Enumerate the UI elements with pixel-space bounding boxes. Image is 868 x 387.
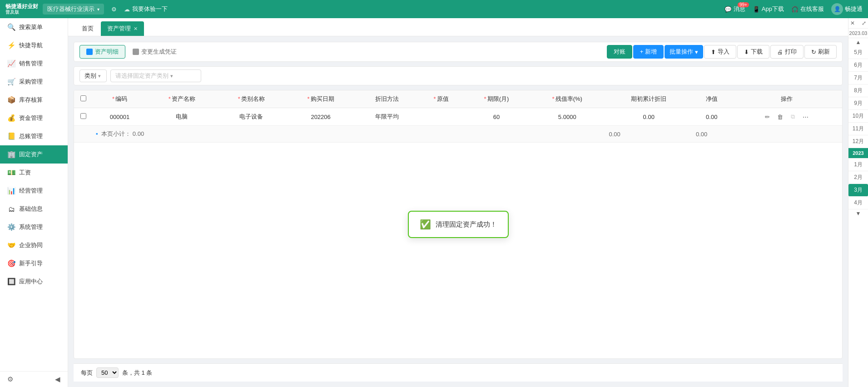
pagination: 每页 50 条，共 1 条	[74, 363, 843, 382]
ops-icon: 📊	[7, 187, 15, 195]
sidebar-collapse-icon[interactable]: ◀	[55, 375, 60, 383]
tab-close-icon[interactable]: ✕	[134, 26, 138, 32]
month-6[interactable]: 6月	[848, 59, 868, 72]
sidebar-item-purchase[interactable]: 🛒 采购管理	[0, 73, 68, 91]
row-checkbox[interactable]	[80, 113, 86, 119]
base-info-icon: 🗂	[7, 205, 15, 213]
tab-home-label: 首页	[82, 25, 94, 32]
more-icon[interactable]: ⋯	[801, 112, 810, 121]
sidebar-item-label: 快捷导航	[19, 41, 43, 50]
sidebar-item-fixed-assets[interactable]: 🏢 固定资产	[0, 145, 68, 164]
settings-icon[interactable]: ⚙	[108, 3, 120, 15]
col-category: *类别名称	[217, 90, 286, 108]
payroll-icon: 💵	[7, 169, 15, 177]
online-service-label: 在线客服	[800, 5, 824, 13]
col-period: *期限(月)	[464, 90, 529, 108]
tab-asset-management[interactable]: 资产管理 ✕	[101, 21, 144, 36]
month-8[interactable]: 8月	[848, 84, 868, 97]
month-12[interactable]: 12月	[848, 135, 868, 148]
panel-close-icon[interactable]: ✕	[850, 20, 855, 26]
sidebar-item-finance[interactable]: 💰 资金管理	[0, 109, 68, 127]
select-all-checkbox[interactable]	[80, 95, 86, 101]
subtotal-label: 本页小计：	[101, 130, 131, 137]
refresh-button[interactable]: ↻ 刷新	[804, 45, 837, 59]
export-button[interactable]: ⬆ 导入	[704, 45, 736, 59]
batch-dropdown-icon: ▾	[695, 49, 698, 55]
filter-dropdown-icon: ▾	[98, 73, 101, 79]
new-button[interactable]: + 新增	[633, 45, 664, 59]
sidebar-item-label: 资金管理	[19, 114, 43, 122]
sidebar-item-guide[interactable]: 🎯 新手引导	[0, 254, 68, 273]
company-selector[interactable]: 医疗器械行业演示 ▾	[43, 4, 104, 15]
reconcile-button[interactable]: 对账	[607, 45, 632, 59]
month-3-active[interactable]: 3月	[848, 184, 868, 197]
refresh-label: 刷新	[818, 48, 830, 56]
month-1[interactable]: 1月	[848, 159, 868, 171]
sidebar-item-label: 搜索菜单	[19, 23, 43, 31]
edit-icon[interactable]: ✏	[763, 112, 772, 121]
sys-mgmt-icon: ⚙️	[7, 223, 15, 231]
panel-expand-icon[interactable]: ⤢	[862, 20, 866, 26]
sidebar-item-ops[interactable]: 📊 经营管理	[0, 182, 68, 200]
month-4[interactable]: 4月	[848, 197, 868, 209]
sidebar-item-inventory[interactable]: 📦 库存核算	[0, 91, 68, 109]
messages-button[interactable]: 💬 消息 99+	[724, 5, 745, 13]
subtab-change-voucher[interactable]: 变更生成凭证	[126, 45, 183, 58]
cell-initial-dep: 0.00	[605, 108, 692, 126]
month-2[interactable]: 2月	[848, 171, 868, 184]
page-size-select[interactable]: 50	[96, 367, 119, 378]
sidebar-settings-icon[interactable]: ⚙	[7, 375, 13, 383]
delete-icon[interactable]: 🗑	[776, 112, 785, 121]
user-button[interactable]: 👤 畅捷通	[831, 3, 863, 15]
cell-purchase-date: 202206	[286, 108, 356, 126]
month-7[interactable]: 7月	[848, 72, 868, 84]
batch-operations-button[interactable]: 批量操作 ▾	[665, 45, 703, 59]
col-net-value: 净值	[692, 90, 731, 108]
category-filter-input[interactable]: 请选择固定资产类别 ▾	[110, 69, 201, 82]
sidebar-item-app-center[interactable]: 🔲 应用中心	[0, 273, 68, 291]
ledger-icon: 📒	[7, 132, 15, 140]
sidebar-item-payroll[interactable]: 💵 工资	[0, 164, 68, 182]
sidebar-item-enterprise[interactable]: 🤝 企业协同	[0, 236, 68, 254]
trial-text: 我要体验一下	[132, 5, 168, 13]
online-service-button[interactable]: 🎧 在线客服	[791, 5, 824, 13]
sidebar-item-search[interactable]: 🔍 搜索菜单	[0, 18, 68, 36]
download-button[interactable]: ⬇ 下载	[737, 45, 769, 59]
headset-icon: 🎧	[791, 6, 799, 13]
toast-message: 清理固定资产成功！	[436, 220, 497, 229]
sub-tabs: 资产明细 变更生成凭证 对账 + 新增 批量操作 ▾ ⬆ 导入	[74, 42, 843, 62]
month-5[interactable]: 5月	[848, 46, 868, 59]
print-button[interactable]: 🖨 打印	[770, 45, 804, 59]
month-down-arrow[interactable]: ▼	[855, 209, 862, 218]
subtab-asset-detail[interactable]: 资产明细	[79, 45, 125, 59]
month-up-arrow[interactable]: ▲	[855, 38, 862, 46]
check-icon: ✅	[420, 219, 431, 230]
sidebar-item-ledger[interactable]: 📒 总账管理	[0, 127, 68, 145]
sidebar-item-base-info[interactable]: 🗂 基础信息	[0, 200, 68, 218]
sidebar-item-sys-mgmt[interactable]: ⚙️ 系统管理	[0, 218, 68, 236]
app-download-button[interactable]: 📱 App下载	[753, 5, 784, 13]
year-label-2023: 2023	[848, 148, 868, 159]
sidebar-item-sales[interactable]: 📈 销售管理	[0, 55, 68, 73]
month-10[interactable]: 10月	[848, 110, 868, 123]
sidebar-item-label: 库存核算	[19, 96, 43, 104]
purchase-icon: 🛒	[7, 78, 15, 86]
month-11[interactable]: 11月	[848, 123, 868, 135]
copy-icon[interactable]: ⧉	[789, 112, 798, 121]
print-icon: 🖨	[777, 49, 783, 55]
sidebar-item-label: 应用中心	[19, 278, 43, 286]
month-9[interactable]: 9月	[848, 97, 868, 110]
category-filter-select[interactable]: 类别 ▾	[79, 69, 107, 82]
sidebar-item-quick-nav[interactable]: ⚡ 快捷导航	[0, 36, 68, 55]
tab-home[interactable]: 首页	[75, 21, 100, 36]
messages-badge: 99+	[738, 2, 749, 7]
trial-button[interactable]: ☁ 我要体验一下	[124, 5, 168, 13]
sidebar-item-label: 新手引导	[19, 259, 43, 268]
per-page-label: 每页	[81, 369, 93, 377]
batch-btn-label: 批量操作	[670, 48, 693, 56]
col-actions: 操作	[731, 90, 843, 108]
sidebar-item-label: 系统管理	[19, 223, 43, 231]
export-label: 导入	[718, 48, 729, 56]
table-row: 000001 电脑 电子设备 202206 年限平均 60 5.0000 0.0…	[74, 108, 842, 126]
subtab-change-icon	[133, 49, 139, 55]
